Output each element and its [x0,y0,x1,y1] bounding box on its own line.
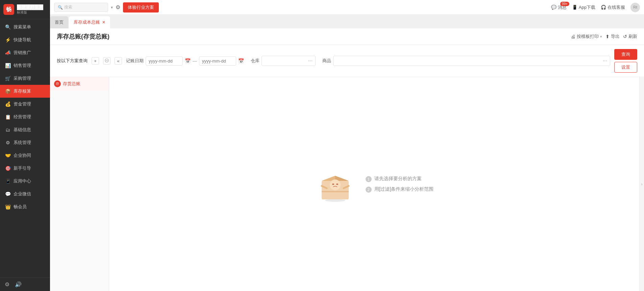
sidebar-item-inventory[interactable]: 📦 库存核算 [0,85,50,98]
hint-number-1: 1 [366,176,372,182]
main-area: 🔍 搜索 ▾ ⚙ 体验行业方案 💬 消息 99+ 📱 App下载 🎧 在线客服 … [50,0,644,291]
refresh-btn[interactable]: ↺ 刷新 [623,33,637,40]
sidebar-bottom: ⚙ 🔊 [0,277,50,291]
sidebar-item-search[interactable]: 🔍 搜索菜单 [0,21,50,33]
warehouse-more-icon[interactable]: ··· [308,58,313,64]
sidebar-item-sales[interactable]: 📊 销售管理 [0,59,50,72]
topbar-settings-icon[interactable]: ⚙ [116,4,120,10]
menu-label-quick-nav: 快捷导航 [14,37,31,43]
empty-hint-1: 1 请先选择要分析的方案 [366,176,434,182]
print-template-label: 按模板打印 [577,33,599,40]
menu-label-finance: 资金管理 [14,101,31,107]
warehouse-select[interactable]: ··· [262,56,316,66]
svg-point-11 [325,199,345,202]
menu-icon-finance: 💰 [5,101,11,107]
topbar-search-box[interactable]: 🔍 搜索 [54,3,108,12]
svg-point-6 [330,179,341,190]
filter-del-btn[interactable] [103,57,110,65]
menu-icon-sales: 📊 [5,63,11,69]
message-badge: 99+ [560,2,569,6]
topbar-chevron-icon[interactable]: ▾ [111,5,113,10]
product-more-icon[interactable]: ··· [603,58,607,64]
topbar-right: 💬 消息 99+ 📱 App下载 🎧 在线客服 Rit [551,3,640,12]
app-download-icon: 📱 [572,5,577,10]
filter-del-icon [105,58,109,64]
filter-label: 按以下方案查询 [57,58,88,64]
tab-home[interactable]: 首页 [50,16,68,28]
date-separator: — [193,58,197,64]
menu-label-newbie: 新手引导 [14,165,31,171]
industry-btn[interactable]: 体验行业方案 [123,2,159,13]
sidebar-menu: 🔍 搜索菜单 ⚡ 快捷导航 📣 营销推广 📊 销售管理 🛒 采购管理 📦 库存核… [0,19,50,277]
sidebar-item-system[interactable]: ⚙ 系统管理 [0,136,50,149]
tab-inventory-ledger[interactable]: 库存成本总账✕ [69,16,110,28]
filter-row: 记账日期 📅 — 📅 仓库 ··· 商品 ··· [126,56,610,66]
filter-collapse-btn[interactable]: « [115,57,122,65]
scheme-panel: 存 存货总账 [50,77,109,291]
hint-text-1: 请先选择要分析的方案 [374,176,422,182]
menu-icon-newbie: 🎯 [5,165,11,171]
menu-icon-system: ⚙ [5,140,11,146]
main-content: 1 请先选择要分析的方案 2 用[过滤]条件来缩小分析范围 [109,77,639,291]
product-filter-label: 商品 [322,58,331,64]
sidebar-item-basic[interactable]: 🗂 基础信息 [0,123,50,136]
sidebar-item-marketing[interactable]: 📣 营销推广 [0,46,50,59]
sidebar-item-operations[interactable]: 📋 经营管理 [0,111,50,123]
print-chevron-icon[interactable]: ▾ [600,34,602,39]
menu-label-apps: 应用中心 [14,178,31,184]
menu-icon-operations: 📋 [5,114,11,120]
topbar-online-service[interactable]: 🎧 在线客服 [601,4,625,10]
search-placeholder-text: 搜索 [64,4,72,10]
print-template-btn[interactable]: 🖨 按模板打印 ▾ [571,33,602,40]
collapse-icon: « [117,58,119,64]
tab-close-inventory-ledger[interactable]: ✕ [102,20,105,25]
settings-bottom-icon[interactable]: ⚙ [5,281,9,288]
menu-label-system: 系统管理 [14,140,31,146]
hint-number-2: 2 [366,187,372,193]
topbar-message[interactable]: 💬 消息 99+ [551,4,567,10]
topbar-app-download[interactable]: 📱 App下载 [572,4,595,10]
scheme-item-inventory-ledger[interactable]: 存 存货总账 [50,77,109,91]
export-btn[interactable]: ⬆ 导出 [605,33,620,40]
svg-rect-5 [322,191,349,192]
menu-label-inventory: 库存核算 [14,88,31,94]
date-end-input[interactable] [199,56,236,66]
sidebar-item-corp[interactable]: 🤝 企业协同 [0,149,50,162]
calendar-end-icon[interactable]: 📅 [238,58,244,64]
menu-icon-corp: 🤝 [5,152,11,159]
sidebar-item-purchase[interactable]: 🛒 采购管理 [0,72,50,85]
headset-icon: 🎧 [601,5,606,10]
sidebar-item-member[interactable]: 👑 畅会员 [0,200,50,213]
user-avatar[interactable]: Rit [630,3,640,12]
refresh-icon: ↺ [623,34,627,39]
logo-text: 畅捷通好生意 标准版 [17,4,43,15]
menu-icon-inventory: 📦 [5,88,11,94]
svg-point-7 [332,184,334,185]
empty-hints: 1 请先选择要分析的方案 2 用[过滤]条件来缩小分析范围 [366,176,434,193]
date-start-input[interactable] [146,56,183,66]
right-collapse-btn[interactable]: › [639,77,644,291]
volume-bottom-icon[interactable]: 🔊 [15,281,22,288]
scheme-icon-inventory-ledger: 存 [54,80,61,87]
query-btn[interactable]: 查询 [614,49,637,60]
calendar-start-icon[interactable]: 📅 [185,58,191,64]
right-arrow-icon: › [641,182,643,187]
sidebar-item-quick-nav[interactable]: ⚡ 快捷导航 [0,33,50,46]
empty-illustration [315,164,355,204]
warehouse-filter-label: 仓库 [251,58,259,64]
sidebar-item-wechat[interactable]: 💬 企业微信 [0,188,50,200]
menu-icon-quick-nav: ⚡ [5,37,11,43]
menu-label-purchase: 采购管理 [14,75,31,81]
filter-add-btn[interactable]: + [92,57,99,65]
topbar-left: 🔍 搜索 ▾ ⚙ 体验行业方案 [54,2,551,13]
menu-label-search: 搜索菜单 [14,24,31,30]
sidebar-item-apps[interactable]: 📱 应用中心 [0,175,50,188]
sidebar-item-newbie[interactable]: 🎯 新手引导 [0,162,50,175]
empty-state: 1 请先选择要分析的方案 2 用[过滤]条件来缩小分析范围 [109,77,639,291]
page-header: 库存总账(存货总账) 🖨 按模板打印 ▾ ⬆ 导出 ↺ 刷新 [50,28,644,45]
menu-icon-member: 👑 [5,204,11,210]
menu-label-member: 畅会员 [14,204,27,210]
product-select[interactable]: ··· [333,56,610,66]
settings-btn[interactable]: 设置 [614,62,637,73]
sidebar-item-finance[interactable]: 💰 资金管理 [0,98,50,111]
